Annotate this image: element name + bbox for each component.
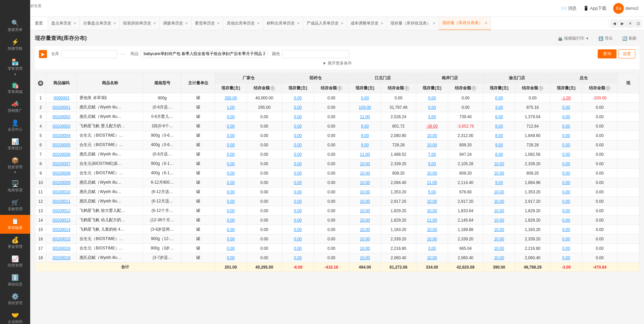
row-jb-qty: 10.00 (349, 234, 381, 244)
sidebar-item-wholesale[interactable]: 📦 批发管理 ▼ (0, 154, 30, 177)
na-amt-info-icon[interactable]: ① (472, 86, 476, 91)
sidebar-item-finance[interactable]: 💰 资金管理 (0, 234, 30, 252)
tab-order-history[interactable]: 要货单历史 ✕ (192, 17, 223, 30)
tab-material-out-history[interactable]: 材料出库单历史 ✕ (263, 17, 303, 30)
tabs-expand-btn[interactable]: ⊡ (635, 20, 642, 27)
tab-close-icon[interactable]: ✕ (485, 21, 487, 25)
jb-amt-info-icon[interactable]: ① (405, 86, 409, 91)
tab-assembly-disassembly-history[interactable]: 组装拆卸单历史 ✕ (120, 17, 160, 30)
table-row: 2 00100001 惠氏启赋（Wyeth illu… (0-6月适… 罐 1.… (35, 103, 639, 112)
row-na-amt: 2,339.20 (448, 234, 483, 244)
row-code: 00100014 (46, 225, 77, 234)
row-na-amt: 1,189.88 (448, 225, 483, 234)
sidebar-item-search[interactable]: 🔍 搜索英单 (0, 17, 30, 36)
row-unit: 罐 (181, 197, 215, 206)
row-yb-qty: 8.00 (483, 131, 515, 140)
setting-button[interactable]: 设置 (619, 49, 635, 58)
user-area[interactable]: Ea demo2 (613, 3, 639, 14)
row-na-amt: 809.20 (448, 169, 483, 178)
export-btn[interactable]: ⬇️ 导出 (596, 34, 615, 43)
row-name: 惠氏启赋（Wyeth illu… (77, 150, 143, 159)
color-input[interactable] (282, 50, 349, 58)
tab-product-in-history[interactable]: 产成品入库单历史 ✕ (303, 17, 347, 30)
mo-amt-info-icon[interactable]: ① (337, 86, 342, 91)
row-total-amt: 0.00 (582, 234, 617, 244)
tabs-next-btn[interactable]: ▶ (619, 20, 626, 27)
row-no: 5 (35, 131, 46, 140)
sidebar-item-retail-manage[interactable]: 🏪 零售管理 ▲ (0, 56, 30, 79)
purchase-icon: 🛒 (11, 199, 19, 205)
tab-inventory-distribution[interactable]: 现存量（库存分布表） ✕ (439, 17, 491, 30)
tab-close-icon[interactable]: ✕ (217, 21, 220, 25)
row-total-amt: 0.00 (582, 187, 617, 197)
tab-other-out-history[interactable]: 其他出库单历史 ✕ (223, 17, 263, 30)
search-icon: 🔍 (11, 20, 19, 26)
row-spec: 400g（6-1… (143, 169, 181, 178)
row-total-qty: 0.00 (550, 216, 582, 225)
sidebar-item-member[interactable]: 👤 会员中心 (0, 117, 30, 135)
sidebar-item-marketing[interactable]: 📣 营销推广 (0, 98, 30, 117)
tab-close-icon[interactable]: ✕ (433, 21, 435, 25)
tab-transfer-history[interactable]: 调拨单历史 ✕ (160, 17, 192, 30)
col-settings-icon[interactable]: ⚙ (38, 81, 43, 86)
tab-inventory-check-history[interactable]: 盘点单历史 ✕ (48, 17, 80, 30)
message-btn[interactable]: ✉️ 消息 (561, 5, 577, 11)
tab-close-icon[interactable]: ✕ (153, 21, 156, 25)
tabs-prev-btn[interactable]: ◀ (610, 20, 618, 27)
tab-close-icon[interactable]: ✕ (185, 21, 188, 25)
sidebar-item-ecommerce[interactable]: 🖥️ 电商管理 (0, 177, 30, 196)
query-button[interactable]: 查询 (598, 49, 616, 58)
tab-close-icon[interactable]: ✕ (257, 21, 260, 25)
app-download-btn[interactable]: 📱 App下载 (583, 5, 606, 11)
tab-home[interactable]: 首页 (30, 17, 48, 30)
table-body: 1 0000003 爱他美 卓萃3段 900g 罐 200.00 40,000.… (35, 93, 639, 272)
row-jb-qty: 9.00 (349, 131, 381, 140)
tab-inventory-status[interactable]: 现存量（库存状况表） ✕ (387, 17, 439, 30)
tab-close-icon[interactable]: ✕ (341, 21, 343, 25)
row-name: 合生元(BIOSTIME)派… (77, 159, 143, 169)
factory-amt-info-icon[interactable]: ① (270, 86, 275, 91)
yb-amt-info-icon[interactable]: ① (539, 86, 543, 91)
sidebar-item-system[interactable]: ⚙️ 系统管理 (0, 290, 30, 309)
row-no: 18 (35, 253, 46, 263)
sidebar-item-enterprise-collab[interactable]: 🤝 企业协同 (0, 309, 30, 324)
tabs-close-all-btn[interactable]: ✕ (627, 20, 634, 27)
row-no: 6 (35, 140, 46, 150)
row-yb-qty: 10.00 (483, 253, 515, 263)
main-content: 现存量查询(库存分布) 🖨️ 按模版打印 ▼ ⬇️ 导出 🔄 刷新 (30, 30, 644, 324)
product-input[interactable] (141, 50, 268, 58)
row-yb-qty: 3.00 (483, 103, 515, 112)
tab-close-icon[interactable]: ✕ (381, 21, 383, 25)
sidebar-item-operations[interactable]: 📈 经营管理 (0, 252, 30, 271)
tab-split-inventory-history[interactable]: 分量盘点单历史 ✕ (80, 17, 120, 30)
row-no: 4 (35, 122, 46, 131)
wholesale-arrow-icon: ▼ (14, 171, 17, 174)
tab-close-icon[interactable]: ✕ (297, 21, 300, 25)
summary-factory-qty: 201.00 (215, 263, 247, 272)
sidebar-item-quick-nav[interactable]: ⚡ 快捷导航 (0, 36, 30, 54)
sidebar-item-basic-info[interactable]: ℹ️ 基础信息 (0, 271, 30, 290)
row-extra (617, 225, 639, 234)
refresh-btn[interactable]: 🔄 刷新 (620, 34, 639, 43)
row-total-amt: 0.00 (582, 103, 617, 112)
row-factory-qty: 0.00 (215, 197, 247, 206)
total-amt-info-icon[interactable]: ① (606, 86, 610, 91)
row-jb-qty: 10.00 (349, 253, 381, 263)
sidebar-item-purchase[interactable]: 🛒 采购管理 (0, 196, 30, 215)
row-extra (617, 159, 639, 169)
tab-close-icon[interactable]: ✕ (113, 21, 116, 25)
page-title: 现存量查询(库存分布) (35, 35, 87, 42)
row-mo-qty: 0.00 (282, 206, 314, 216)
print-btn[interactable]: 🖨️ 按模版打印 ▼ (555, 34, 592, 43)
warehouse-input[interactable] (61, 50, 117, 58)
warehouse-ellipsis[interactable]: ··· (119, 51, 126, 57)
row-yb-amt: 1,829.20 (515, 216, 550, 225)
summary-total-qty: -3.00 (550, 263, 582, 272)
sidebar-item-retail-stats[interactable]: 📊 零售统计 (0, 135, 30, 154)
tab-cost-adjust-history[interactable]: 成本调整单历史 ✕ (347, 17, 387, 30)
tab-close-icon[interactable]: ✕ (73, 21, 76, 25)
filter-expand-arrow[interactable]: ▶ (39, 50, 47, 58)
sidebar-item-inventory[interactable]: 📋 库存核算 (0, 215, 30, 234)
sidebar-item-retail-mall[interactable]: 🛍️ 零售商城 (0, 79, 30, 98)
expand-conditions[interactable]: ▼ 展开更多条件 (39, 60, 635, 66)
